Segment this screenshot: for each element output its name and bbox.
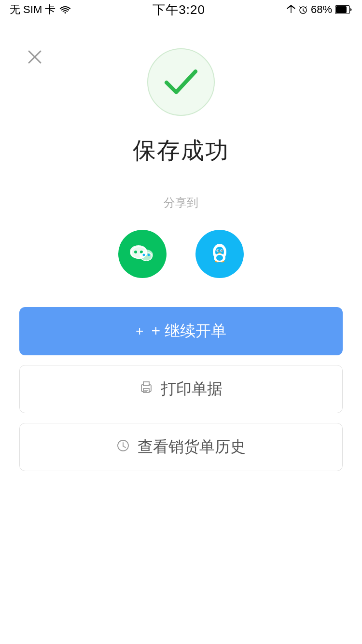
- battery-icon: [335, 5, 352, 14]
- location-icon: [287, 5, 295, 14]
- history-button[interactable]: 查看销货单历史: [19, 423, 343, 471]
- print-label: 打印单据: [161, 378, 223, 400]
- no-sim-text: 无 SIM 卡: [10, 2, 56, 17]
- close-button[interactable]: [24, 46, 45, 68]
- share-wechat-button[interactable]: [118, 230, 167, 278]
- share-icons-row: [118, 230, 244, 278]
- svg-point-23: [216, 255, 223, 261]
- checkmark-icon: [164, 69, 198, 96]
- svg-point-9: [143, 254, 145, 256]
- status-bar: 无 SIM 卡 下午3:20 68%: [0, 0, 362, 19]
- share-label: 分享到: [154, 195, 208, 210]
- continue-icon: +: [136, 323, 143, 339]
- continue-button[interactable]: + + 继续开单: [19, 307, 343, 355]
- svg-point-7: [134, 251, 137, 253]
- status-right: 68%: [287, 3, 352, 16]
- status-left: 无 SIM 卡: [10, 2, 71, 17]
- alarm-icon: [298, 5, 308, 14]
- continue-label: + 继续开单: [151, 321, 226, 342]
- svg-rect-2: [336, 6, 347, 13]
- svg-point-17: [218, 250, 219, 251]
- close-icon: [27, 49, 42, 65]
- main-content: 保存成功 分享到: [0, 19, 362, 644]
- share-qq-button[interactable]: [195, 230, 244, 278]
- battery-percent: 68%: [311, 3, 332, 16]
- history-label: 查看销货单历史: [138, 436, 246, 458]
- history-icon: [116, 439, 130, 456]
- print-icon: [139, 381, 153, 398]
- print-button[interactable]: 打印单据: [19, 365, 343, 413]
- wechat-icon: [129, 242, 156, 266]
- action-buttons: + + 继续开单 打印单据: [0, 307, 362, 471]
- success-icon-circle: [147, 48, 215, 116]
- success-title: 保存成功: [133, 135, 229, 166]
- svg-line-31: [123, 446, 125, 448]
- svg-point-10: [148, 254, 150, 256]
- svg-point-18: [222, 250, 223, 251]
- qq-icon: [206, 240, 233, 267]
- divider-line-left: [29, 203, 154, 203]
- status-time: 下午3:20: [153, 1, 205, 18]
- divider-line-right: [208, 203, 333, 203]
- wifi-icon: [59, 5, 71, 14]
- share-divider: 分享到: [0, 195, 362, 210]
- svg-rect-25: [143, 382, 149, 386]
